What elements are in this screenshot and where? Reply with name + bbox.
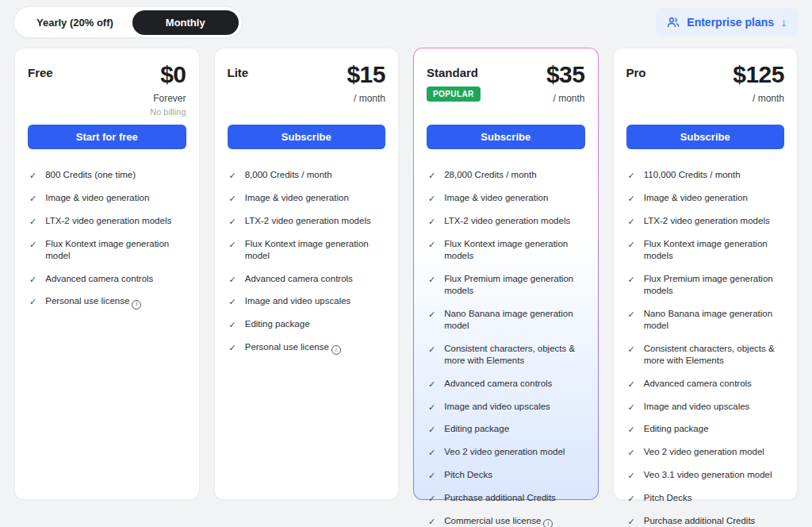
feature-text: Image and video upscales xyxy=(444,402,550,411)
plan-price: $15 xyxy=(347,61,385,88)
feature-text: Image and video upscales xyxy=(644,402,750,411)
feature-text: Purchase additional Credits xyxy=(444,493,556,502)
feature-item: ✓ Image & video generation xyxy=(427,187,585,210)
feature-text: Flux Kontext image generation model xyxy=(245,239,369,261)
feature-item: ✓ Flux Kontext image generation models xyxy=(626,233,785,268)
enterprise-plans-label: Enterprise plans xyxy=(687,16,774,29)
info-icon[interactable]: i xyxy=(132,300,141,310)
feature-text: Advanced camera controls xyxy=(245,274,353,283)
plan-cta-button[interactable]: Start for free xyxy=(28,125,186,149)
plan-cta-button[interactable]: Subscribe xyxy=(427,125,585,149)
feature-text: LTX-2 video generation models xyxy=(444,216,570,225)
check-icon: ✓ xyxy=(229,215,236,228)
check-icon: ✓ xyxy=(628,469,635,482)
feature-text: Image & video generation xyxy=(245,193,349,202)
plan-title-block: Lite xyxy=(228,61,249,125)
check-icon: ✓ xyxy=(428,273,435,286)
feature-text: LTX-2 video generation models xyxy=(45,216,171,225)
feature-text: Pitch Decks xyxy=(644,493,692,502)
check-icon: ✓ xyxy=(29,238,36,251)
feature-text: Flux Kontext image generation models xyxy=(444,239,568,261)
feature-text: 28,000 Credits / month xyxy=(444,170,536,179)
check-icon: ✓ xyxy=(428,469,435,482)
check-icon: ✓ xyxy=(229,273,236,286)
plan-price-block: $15 / month xyxy=(347,61,385,125)
feature-item: ✓ 28,000 Credits / month xyxy=(427,164,585,187)
check-icon: ✓ xyxy=(428,446,435,459)
check-icon: ✓ xyxy=(428,238,435,251)
feature-text: 110,000 Credits / month xyxy=(644,170,741,179)
check-icon: ✓ xyxy=(428,378,435,390)
feature-item: ✓ Image & video generation xyxy=(626,187,785,210)
info-icon[interactable]: i xyxy=(543,519,553,527)
feature-item: ✓ Veo 3.1 video generation model xyxy=(626,464,785,487)
feature-text: Image & video generation xyxy=(644,193,748,202)
feature-text: Flux Kontext image generation model xyxy=(45,239,169,261)
plan-name: Standard xyxy=(427,61,481,79)
pricing-cards: Free $0 Forever No billing Start for fre… xyxy=(0,38,812,500)
feature-text: Purchase additional Credits xyxy=(644,516,756,525)
plan-period: / month xyxy=(733,93,784,104)
feature-text: Consistent characters, objects & more wi… xyxy=(444,344,575,366)
plan-subnote: No billing xyxy=(150,107,186,117)
feature-text: Veo 2 video generation model xyxy=(444,447,565,456)
feature-item: ✓ Editing package xyxy=(228,314,386,337)
feature-item: ✓ Editing package xyxy=(427,418,585,441)
plan-cta-button[interactable]: Subscribe xyxy=(228,125,386,149)
feature-item: ✓ Personal use licensei xyxy=(28,290,186,314)
feature-item: ✓ LTX-2 video generation models xyxy=(626,210,785,233)
info-icon[interactable]: i xyxy=(331,345,341,355)
feature-item: ✓ Advanced camera controls xyxy=(228,268,386,291)
check-icon: ✓ xyxy=(428,343,435,356)
plan-period: / month xyxy=(347,93,385,104)
feature-text: Flux Premium image generation models xyxy=(444,274,573,296)
billing-period-toggle: Yearly (20% off) Monthly xyxy=(13,6,243,38)
feature-text: LTX-2 video generation models xyxy=(644,216,770,225)
toggle-yearly[interactable]: Yearly (20% off) xyxy=(17,10,132,35)
plan-header: Standard POPULAR $35 / month xyxy=(427,61,585,125)
feature-text: Advanced camera controls xyxy=(644,379,752,388)
plan-price-block: $125 / month xyxy=(733,61,784,125)
feature-text: Image & video generation xyxy=(444,193,548,202)
check-icon: ✓ xyxy=(229,341,236,354)
feature-text: Image and video upscales xyxy=(245,296,351,306)
feature-text: 8,000 Credits / month xyxy=(245,170,332,179)
plan-period: / month xyxy=(546,93,585,104)
toggle-monthly[interactable]: Monthly xyxy=(132,10,239,35)
check-icon: ✓ xyxy=(428,423,435,436)
plan-card: Pro $125 / month Subscribe ✓ 110,000 Cre… xyxy=(613,48,799,500)
check-icon: ✓ xyxy=(628,401,635,414)
plan-card: Standard POPULAR $35 / month Subscribe ✓… xyxy=(413,48,599,500)
plan-cta-button[interactable]: Subscribe xyxy=(626,125,785,149)
check-icon: ✓ xyxy=(29,295,36,308)
feature-item: ✓ Flux Kontext image generation model xyxy=(28,233,186,268)
arrow-down-icon: ↓ xyxy=(781,16,787,29)
check-icon: ✓ xyxy=(628,308,635,321)
feature-text: Editing package xyxy=(644,424,709,433)
check-icon: ✓ xyxy=(628,238,635,251)
check-icon: ✓ xyxy=(428,401,435,414)
check-icon: ✓ xyxy=(628,192,635,205)
check-icon: ✓ xyxy=(229,295,236,308)
feature-text: Editing package xyxy=(245,319,310,329)
feature-text: Editing package xyxy=(444,424,509,433)
enterprise-plans-button[interactable]: Enterprise plans ↓ xyxy=(656,8,798,36)
feature-text: Personal use license xyxy=(245,342,329,352)
check-icon: ✓ xyxy=(29,215,36,228)
feature-text: Nano Banana image generation model xyxy=(644,309,772,331)
feature-item: ✓ Flux Kontext image generation models xyxy=(427,233,585,268)
check-icon: ✓ xyxy=(428,515,435,527)
check-icon: ✓ xyxy=(628,343,635,356)
check-icon: ✓ xyxy=(628,378,635,390)
feature-text: Advanced camera controls xyxy=(45,274,153,283)
feature-text: Personal use license xyxy=(45,296,129,306)
feature-item: ✓ LTX-2 video generation models xyxy=(427,210,585,233)
check-icon: ✓ xyxy=(428,192,435,205)
feature-item: ✓ Personal use licensei xyxy=(228,337,386,360)
feature-item: ✓ Veo 2 video generation model xyxy=(626,441,785,464)
feature-list: ✓ 800 Credits (one time) ✓ Image & video… xyxy=(28,164,186,315)
plan-header: Pro $125 / month xyxy=(626,61,785,125)
feature-item: ✓ Nano Banana image generation model xyxy=(427,303,585,338)
feature-text: LTX-2 video generation models xyxy=(245,216,371,225)
feature-text: Nano Banana image generation model xyxy=(444,309,573,331)
